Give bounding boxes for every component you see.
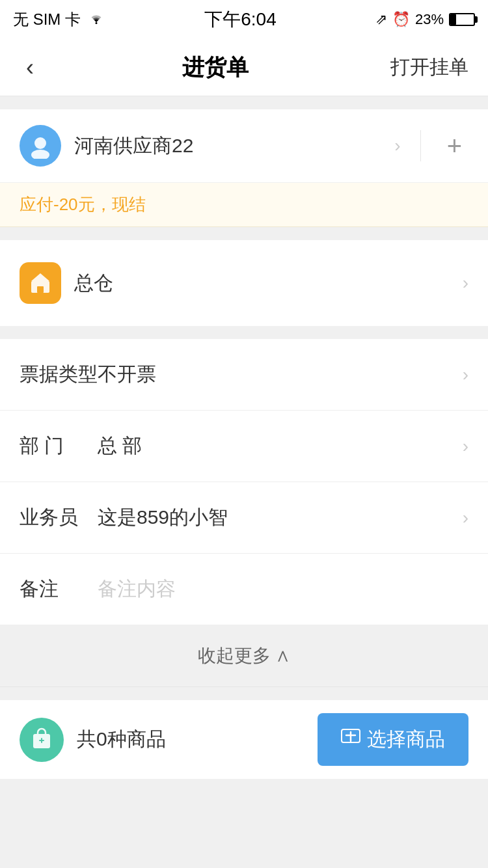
svg-point-2 (31, 150, 49, 159)
carrier-text: 无 SIM 卡 (13, 9, 81, 30)
warehouse-section: 总仓 › (0, 240, 488, 326)
supplier-chevron-icon: › (394, 135, 400, 156)
remark-label: 备注 (20, 576, 98, 603)
invoice-type-row[interactable]: 票据类型 不开票 › (0, 339, 488, 411)
invoice-type-chevron-icon: › (463, 364, 468, 385)
invoice-type-value: 不开票 (98, 361, 463, 388)
empty-area (0, 779, 488, 868)
section-divider-form (0, 326, 488, 339)
open-pending-button[interactable]: 打开挂单 (390, 54, 468, 81)
battery-percent: 23% (415, 11, 444, 28)
main-content: 河南供应商22 › + 应付-20元，现结 总仓 › (0, 96, 488, 868)
nav-bar: ‹ 进货单 打开挂单 (0, 39, 488, 96)
back-button[interactable]: ‹ (20, 47, 40, 88)
supplier-row[interactable]: 河南供应商22 › + (0, 109, 488, 183)
vertical-divider (420, 130, 421, 161)
svg-rect-8 (41, 738, 42, 743)
department-chevron-icon: › (463, 436, 468, 457)
supplier-section: 河南供应商22 › + 应付-20元，现结 (0, 109, 488, 227)
bottom-bar: 共0种商品 选择商品 (0, 700, 488, 779)
salesperson-label: 业务员 (20, 504, 98, 531)
svg-rect-5 (37, 286, 44, 293)
status-bar: 无 SIM 卡 下午6:04 ⇗ ⏰ 23% (0, 0, 488, 39)
department-value: 总 部 (98, 433, 463, 459)
status-left: 无 SIM 卡 (13, 9, 105, 30)
wifi-icon (87, 10, 105, 29)
svg-point-1 (34, 137, 46, 149)
form-section: 票据类型 不开票 › 部 门 总 部 › 业务员 这是859的小智 › 备注 备… (0, 339, 488, 625)
status-right: ⇗ ⏰ 23% (375, 11, 475, 28)
svg-marker-4 (31, 273, 49, 281)
remark-placeholder[interactable]: 备注内容 (98, 576, 468, 603)
warehouse-row[interactable]: 总仓 › (0, 240, 488, 326)
salesperson-value: 这是859的小智 (98, 504, 463, 531)
collapse-label: 收起更多 ∧ (198, 645, 291, 666)
warehouse-label: 总仓 (74, 270, 463, 297)
svg-point-0 (96, 22, 98, 24)
add-button[interactable]: + (441, 131, 468, 161)
select-product-label: 选择商品 (367, 726, 445, 753)
section-divider-warehouse (0, 227, 488, 240)
notice-text: 应付-20元，现结 (20, 195, 146, 214)
notice-bar: 应付-20元，现结 (0, 183, 488, 227)
department-row[interactable]: 部 门 总 部 › (0, 411, 488, 482)
salesperson-row[interactable]: 业务员 这是859的小智 › (0, 482, 488, 554)
page-title: 进货单 (182, 53, 249, 83)
warehouse-chevron-icon: › (463, 273, 468, 293)
supplier-name: 河南供应商22 (74, 133, 394, 159)
alarm-icon: ⏰ (392, 11, 410, 28)
warehouse-icon-wrap (20, 262, 61, 304)
product-count-label: 共0种商品 (77, 726, 318, 753)
department-label: 部 门 (20, 433, 98, 459)
status-time: 下午6:04 (204, 7, 277, 32)
section-divider-bottom (0, 687, 488, 700)
product-icon-wrap (20, 718, 64, 762)
select-product-icon (341, 729, 360, 750)
remark-row[interactable]: 备注 备注内容 (0, 554, 488, 625)
invoice-type-label: 票据类型 (20, 361, 98, 388)
location-icon: ⇗ (375, 11, 387, 28)
battery-icon (449, 13, 475, 26)
section-divider-top (0, 96, 488, 109)
salesperson-chevron-icon: › (463, 508, 468, 528)
supplier-avatar (20, 125, 61, 167)
select-product-button[interactable]: 选择商品 (318, 713, 468, 766)
collapse-bar[interactable]: 收起更多 ∧ (0, 625, 488, 687)
